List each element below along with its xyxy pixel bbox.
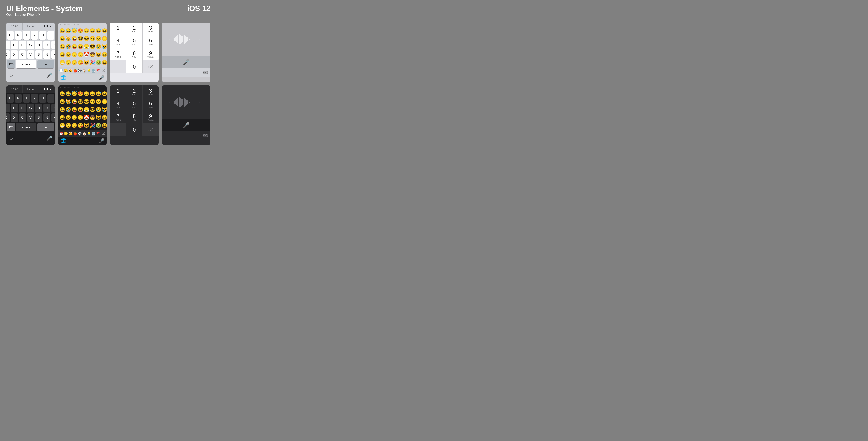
dark-key-m[interactable]: M xyxy=(52,113,55,122)
dark-emoji-12[interactable]: 🤓 xyxy=(78,98,83,106)
cat-travel[interactable]: 🏠 xyxy=(82,68,87,72)
dialer-4[interactable]: 4 GHI xyxy=(110,35,126,48)
emoji-36[interactable]: 😘 xyxy=(78,59,83,66)
dialer-5[interactable]: 5 JKL xyxy=(126,35,142,48)
dark-emoji-icon[interactable]: ☺ xyxy=(9,136,13,141)
dark-cat-food[interactable]: 🍎 xyxy=(73,131,77,136)
emoji-29[interactable]: 🤡 xyxy=(84,51,89,58)
emoji-10[interactable]: 😹 xyxy=(65,35,71,42)
dialer-8[interactable]: 8 TUV xyxy=(126,48,142,60)
dark-emoji-3[interactable]: 😇 xyxy=(71,90,77,97)
key-t[interactable]: T xyxy=(23,31,30,40)
dark-key-v[interactable]: V xyxy=(27,113,34,122)
emoji-icon[interactable]: ☺ xyxy=(9,72,13,78)
dark-emoji-29[interactable]: 🤡 xyxy=(84,114,89,121)
emoji-5[interactable]: 😊 xyxy=(84,27,89,35)
cat-recent[interactable]: 🕐 xyxy=(59,68,63,72)
dark-emoji-30[interactable]: 🤠 xyxy=(90,114,95,121)
dark-key-y[interactable]: Y xyxy=(31,94,38,102)
dialer-3[interactable]: 3 DEF xyxy=(143,23,159,35)
dark-emoji-28[interactable]: 😗 xyxy=(78,114,83,121)
dark-dialer-7[interactable]: 7 PQRS xyxy=(110,111,126,123)
dark-emoji-11[interactable]: 😜 xyxy=(71,98,77,106)
emoji-16[interactable]: 😞 xyxy=(102,35,107,42)
autocorrect-helli[interactable]: "Helli" xyxy=(6,23,23,30)
dark-emoji-35[interactable]: 😚 xyxy=(71,122,77,129)
dark-dialer-3[interactable]: 3 DEF xyxy=(143,86,159,98)
dark-emoji-31[interactable]: 😸 xyxy=(96,114,101,121)
dark-key-b[interactable]: B xyxy=(35,113,42,122)
emoji-22[interactable]: 😎 xyxy=(90,43,95,51)
key-n[interactable]: N xyxy=(43,51,51,59)
dark-dialer-9[interactable]: 9 WXYZ xyxy=(143,111,159,123)
dark-key-k[interactable]: K xyxy=(52,104,55,112)
emoji-39[interactable]: 🤢 xyxy=(96,59,101,66)
key-c[interactable]: C xyxy=(19,51,26,59)
dark-emoji-9[interactable]: 😑 xyxy=(59,98,65,106)
cat-smileys[interactable]: 😊 xyxy=(64,68,68,72)
emoji-38[interactable]: 🎉 xyxy=(90,59,95,66)
key-e[interactable]: E xyxy=(7,31,14,40)
dark-cat-recent[interactable]: ⏰ xyxy=(59,131,63,136)
dark-emoji-16[interactable]: 😞 xyxy=(102,98,107,106)
dark-emoji-36[interactable]: 😘 xyxy=(78,122,83,129)
dark-emoji-20[interactable]: 😝 xyxy=(78,106,83,113)
dark-emoji-25[interactable]: 😆 xyxy=(59,114,65,121)
dialer-backspace-light[interactable]: ⌫ xyxy=(143,60,159,73)
cat-activity[interactable]: ⚽ xyxy=(78,68,82,72)
emoji-37[interactable]: 😺 xyxy=(84,59,89,66)
dark-emoji-8[interactable]: 😐 xyxy=(102,90,107,97)
dark-key-s[interactable]: S xyxy=(6,104,10,112)
dark-mic-icon[interactable]: 🎤 xyxy=(47,136,52,141)
key-h[interactable]: H xyxy=(35,41,42,49)
emoji-4[interactable]: 😍 xyxy=(78,27,83,35)
dark-emoji-21[interactable]: 😤 xyxy=(84,106,89,113)
emoji-19[interactable]: 😛 xyxy=(71,43,77,51)
dark-keyboard-switch-icon[interactable]: ⌨ xyxy=(203,133,208,138)
dark-key-x[interactable]: X xyxy=(11,113,18,122)
cat-flags[interactable]: 🚩 xyxy=(96,68,100,72)
dark-emoji-27[interactable]: 😙 xyxy=(71,114,77,121)
emoji-8[interactable]: 😐 xyxy=(102,27,107,35)
key-s[interactable]: S xyxy=(6,41,10,49)
dark-emoji-2[interactable]: 😂 xyxy=(65,90,71,97)
emoji-34[interactable]: 🙂 xyxy=(65,59,71,66)
dark-emoji-37[interactable]: 😺 xyxy=(84,122,89,129)
dark-numbers-key[interactable]: 123 xyxy=(7,123,15,131)
space-key[interactable]: space xyxy=(16,60,36,68)
emoji-24[interactable]: 😿 xyxy=(102,43,107,51)
dark-dialer-4[interactable]: 4 GHI xyxy=(110,98,126,111)
emoji-13[interactable]: 😎 xyxy=(84,35,89,42)
dark-dialer-1[interactable]: 1 xyxy=(110,86,126,98)
dark-emoji-6[interactable]: 😄 xyxy=(90,90,95,97)
key-k[interactable]: K xyxy=(52,41,55,49)
dark-cat-delete[interactable]: ⌫ xyxy=(101,131,105,136)
cat-delete[interactable]: ⌫ xyxy=(101,68,105,72)
key-j[interactable]: J xyxy=(43,41,51,49)
dark-emoji-17[interactable]: 😃 xyxy=(59,106,65,113)
dark-key-e[interactable]: E xyxy=(7,94,14,102)
dark-dialer-2[interactable]: 2 ABC xyxy=(126,86,142,98)
key-z[interactable]: Z xyxy=(6,51,10,59)
dark-emoji-34[interactable]: 🙂 xyxy=(65,122,71,129)
key-g[interactable]: G xyxy=(27,41,34,49)
emoji-35[interactable]: 😚 xyxy=(71,59,77,66)
emoji-7[interactable]: 😅 xyxy=(96,27,101,35)
emoji-25[interactable]: 😆 xyxy=(59,51,65,58)
voice-mic-icon-light[interactable]: 🎤 xyxy=(183,59,190,66)
dark-cat-flags[interactable]: 🚩 xyxy=(96,131,100,136)
dark-voice-mic-icon[interactable]: 🎤 xyxy=(183,122,190,129)
mic-emoji-icon[interactable]: 🎤 xyxy=(98,75,104,81)
dark-dialer-8[interactable]: 8 TUV xyxy=(126,111,142,123)
dark-emoji-32[interactable]: 😖 xyxy=(102,114,107,121)
emoji-23[interactable]: 😢 xyxy=(96,43,101,51)
dark-return-key[interactable]: return xyxy=(37,123,54,131)
key-i[interactable]: I xyxy=(47,31,54,40)
emoji-33[interactable]: 😬 xyxy=(59,59,65,66)
mic-icon[interactable]: 🎤 xyxy=(47,72,52,78)
dialer-1[interactable]: 1 xyxy=(110,23,126,35)
dark-cat-smileys[interactable]: 😊 xyxy=(64,131,68,136)
emoji-20[interactable]: 😝 xyxy=(78,43,83,51)
dark-emoji-39[interactable]: 🤢 xyxy=(96,122,101,129)
globe-icon[interactable]: 🌐 xyxy=(61,75,66,81)
